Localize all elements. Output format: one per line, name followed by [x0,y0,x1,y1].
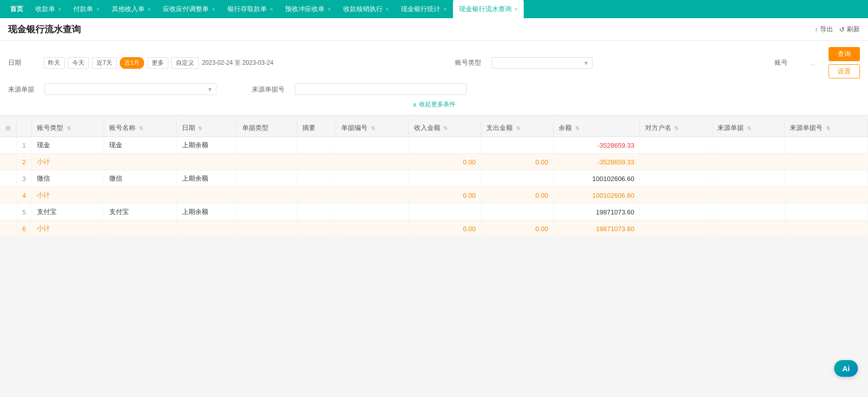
refresh-button[interactable]: ↺ 刷新 [839,25,860,34]
row-account-type: 微信 [32,170,104,187]
nav-item-other-income[interactable]: 其他收入单 × [106,0,157,18]
account-type-column-header[interactable]: 账号类型 ⇅ [32,119,104,137]
sort-icon: ⇅ [139,125,143,131]
account-type-select[interactable]: ▾ [491,57,592,69]
row-summary [297,137,336,154]
row-source-doc [712,204,785,220]
expense-column-header[interactable]: 支出金额 ⇅ [481,119,554,137]
row-gear [0,154,17,170]
balance-column-header[interactable]: 余额 ⇅ [554,119,639,137]
nav-item-ar-ap-adjust[interactable]: 应收应付调整单 × [157,0,221,18]
sort-icon: ⇅ [826,125,830,131]
row-source-doc [712,154,785,170]
row-account-type: 现金 [32,137,104,154]
nav-item-cash-bank-stats[interactable]: 现金银行统计 × [395,0,452,18]
nav-item-collection-exec[interactable]: 收款核销执行 × [337,0,395,18]
row-expense [481,170,554,187]
date-btn-custom[interactable]: 自定义 [171,57,199,69]
settings-button[interactable]: 设置 [829,64,860,78]
page-title: 现金银行流水查询 [8,23,81,35]
row-counterparty [639,170,712,187]
close-icon[interactable]: × [443,0,446,18]
nav-item-payment[interactable]: 付款单 × [67,0,105,18]
row-doc-type [237,204,297,220]
collapse-bar[interactable]: ∧ 收起更多条件 [8,100,860,109]
row-index: 5 [17,204,32,220]
row-account-type: 小计 [32,187,104,204]
date-column-header[interactable]: 日期 ⇅ [176,119,237,137]
close-icon[interactable]: × [515,0,518,18]
row-doc-no [336,170,408,187]
page-header: 现金银行流水查询 ↑ 导出 ↺ 刷新 [0,18,868,41]
close-icon[interactable]: × [58,0,61,18]
row-source-doc-no [785,204,868,220]
counterparty-column-header[interactable]: 对方户名 ⇅ [639,119,712,137]
row-balance: -3528659.33 [554,154,639,170]
table-row: 2 小计 0.00 0.00 -3528659.33 [0,154,868,170]
gear-column-header[interactable]: ⚙ [0,119,17,137]
row-summary [297,220,336,237]
row-index: 2 [17,154,32,170]
row-gear [0,137,17,154]
query-button[interactable]: 查询 [829,47,860,61]
sort-icon: ⇅ [443,125,447,131]
row-account-name [104,154,176,170]
index-column-header [17,119,32,137]
row-doc-no [336,204,408,220]
row-gear [0,187,17,204]
table-header-row: ⚙ 账号类型 ⇅ 账号名称 ⇅ 日期 ⇅ 单据类型 摘要 单据编号 [0,119,868,137]
row-income: 0.00 [408,220,481,237]
sort-icon: ⇅ [371,125,375,131]
export-button[interactable]: ↑ 导出 [815,25,834,34]
close-icon[interactable]: × [212,0,215,18]
close-icon[interactable]: × [386,0,389,18]
row-date [176,187,237,204]
row-expense: 0.00 [481,220,554,237]
date-btn-yesterday[interactable]: 昨天 [43,57,65,69]
row-account-type: 支付宝 [32,204,104,220]
row-income: 0.00 [408,187,481,204]
source-doc-select[interactable]: ▾ [44,83,216,95]
row-date [176,154,237,170]
date-btn-7days[interactable]: 近7天 [92,57,117,69]
row-income [408,137,481,154]
close-icon[interactable]: × [96,0,99,18]
source-doc-no-column-header[interactable]: 来源单据号 ⇅ [785,119,868,137]
close-icon[interactable]: × [148,0,151,18]
row-doc-no [336,154,408,170]
header-actions: ↑ 导出 ↺ 刷新 [815,25,860,34]
sort-icon: ⇅ [674,125,678,131]
row-balance: 19871073.60 [554,220,639,237]
nav-item-cash-bank-flow[interactable]: 现金银行流水查询 × [453,0,524,18]
row-index: 6 [17,220,32,237]
row-doc-no [336,187,408,204]
source-doc-no-input[interactable] [295,83,467,95]
nav-item-prepay-offset[interactable]: 预收冲应收单 × [279,0,337,18]
date-btn-today[interactable]: 今天 [68,57,89,69]
row-income [408,170,481,187]
row-summary [297,154,336,170]
row-doc-no [336,137,408,154]
account-ellipsis[interactable]: ... [810,59,815,67]
row-doc-type [237,154,297,170]
row-account-type: 小计 [32,154,104,170]
source-doc-column-header[interactable]: 来源单据 ⇅ [712,119,785,137]
row-counterparty [639,204,712,220]
date-btn-1month[interactable]: 近1月 [120,57,145,69]
table-row: 4 小计 0.00 0.00 100102606.60 [0,187,868,204]
nav-item-receipt[interactable]: 收款单 × [29,0,67,18]
top-navigation: 首页 收款单 × 付款单 × 其他收入单 × 应收应付调整单 × 银行存取款单 … [0,0,868,18]
income-column-header[interactable]: 收入金额 ⇅ [408,119,481,137]
sort-icon: ⇅ [198,125,202,131]
doc-no-column-header[interactable]: 单据编号 ⇅ [336,119,408,137]
row-date [176,220,237,237]
close-icon[interactable]: × [270,0,273,18]
date-btn-more[interactable]: 更多 [147,57,168,69]
row-account-name: 微信 [104,170,176,187]
nav-item-bank-deposit[interactable]: 银行存取款单 × [221,0,279,18]
nav-item-home[interactable]: 首页 [4,0,29,18]
row-index: 4 [17,187,32,204]
account-name-column-header[interactable]: 账号名称 ⇅ [104,119,176,137]
close-icon[interactable]: × [328,0,331,18]
table-row: 5 支付宝 支付宝 上期余额 19871073.60 [0,204,868,220]
